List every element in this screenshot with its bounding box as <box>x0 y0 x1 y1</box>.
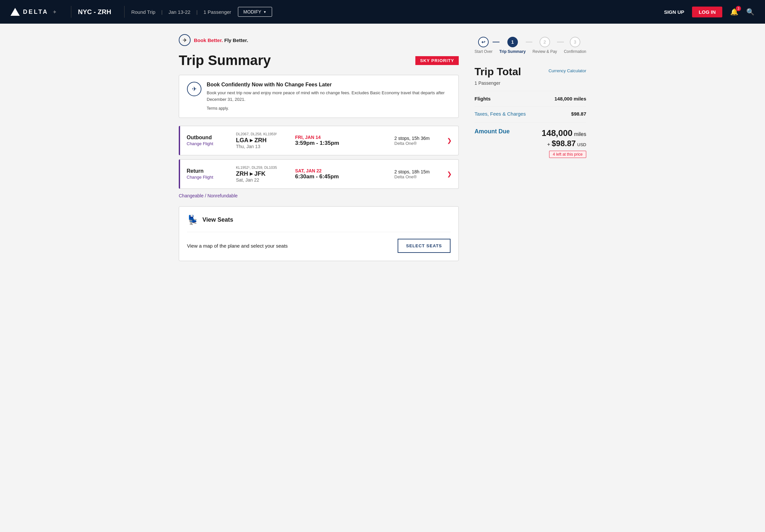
header-dates: Jan 13-22 <box>169 9 191 15</box>
notice-heading: Book Confidently Now with No Change Fees… <box>207 82 450 88</box>
amount-usd: $98.87 <box>552 139 576 148</box>
notification-icon[interactable]: 🔔 3 <box>730 8 738 16</box>
step-start-over-label: Start Over <box>474 49 492 54</box>
taxes-label[interactable]: Taxes, Fees & Charges <box>474 111 526 117</box>
search-icon[interactable]: 🔍 <box>746 8 754 16</box>
step-line-2 <box>526 42 533 42</box>
view-seats-title: View Seats <box>203 216 233 223</box>
view-seats-description: View a map of the plane and select your … <box>187 243 288 249</box>
notice-icon: ✈ <box>187 82 202 96</box>
step-line-1 <box>492 42 499 42</box>
signup-button[interactable]: SIGN UP <box>664 9 684 15</box>
progress-steps: ↩ Start Over 1 Trip Summary 2 Review & P… <box>474 34 586 54</box>
outbound-route: LGA ▸ ZRH <box>236 136 289 144</box>
outbound-flight-numbers: DL2067, DL258, KL1959¹ <box>236 132 289 136</box>
logo: DELTA ✈ <box>11 8 57 16</box>
outbound-change-flight[interactable]: Change Flight <box>187 141 213 146</box>
amount-miles: 148,000 <box>541 128 572 138</box>
amount-due-value: 148,000 miles + $98.87 USD 4 left at thi… <box>541 128 586 158</box>
outbound-class: Delta One® <box>394 141 440 146</box>
return-flight-numbers: KL1952¹, DL259, DL1035 <box>236 165 289 169</box>
page-title: Trip Summary <box>179 53 271 68</box>
step-2-label: Review & Pay <box>532 49 557 54</box>
return-expand-icon[interactable]: ❯ <box>447 170 452 178</box>
header-route: NYC - ZRH <box>78 8 111 16</box>
flights-value: 148,000 miles <box>554 96 586 102</box>
logo-swoosh: ✈ <box>53 10 57 14</box>
right-column: ↩ Start Over 1 Trip Summary 2 Review & P… <box>474 34 586 261</box>
outbound-type: Outbound <box>187 134 229 140</box>
passenger-count: 1 Passenger <box>474 81 586 86</box>
select-seats-button[interactable]: SELECT SEATS <box>397 239 450 253</box>
return-stops: 2 stops, 18h 15m <box>394 169 440 174</box>
return-route: ZRH ▸ JFK <box>236 170 289 177</box>
return-class: Delta One® <box>394 174 440 179</box>
amount-due-section: Amount Due 148,000 miles + $98.87 USD 4 <box>474 123 586 158</box>
book-better-icon: ✈ <box>179 34 191 46</box>
login-button[interactable]: LOG IN <box>692 7 722 17</box>
flights-line: Flights 148,000 miles <box>474 91 586 106</box>
step-confirmation: 3 Confirmation <box>564 37 586 54</box>
step-review-pay: 2 Review & Pay <box>532 37 557 54</box>
step-start-over: ↩ Start Over <box>474 37 492 54</box>
amount-miles-unit: miles <box>574 132 586 137</box>
amount-plus-sign: + <box>547 141 552 147</box>
seat-icon: 💺 <box>187 214 199 225</box>
return-date-highlight: SAT, JAN 22 <box>295 168 388 173</box>
notification-badge: 3 <box>736 6 741 11</box>
outbound-time: 3:59pm - 1:35pm <box>295 140 388 146</box>
step-2-circle: 2 <box>539 37 550 47</box>
step-1-label: Trip Summary <box>499 49 526 54</box>
amount-usd-unit: USD <box>577 142 586 147</box>
header-divider-1 <box>71 6 71 18</box>
taxes-value: $98.87 <box>571 111 586 117</box>
outbound-stops: 2 stops, 15h 36m <box>394 135 440 141</box>
currency-calculator-link[interactable]: Currency Calculator <box>548 68 586 73</box>
header: DELTA ✈ NYC - ZRH Round Trip | Jan 13-22… <box>0 0 765 24</box>
changeable-link[interactable]: Changeable / Nonrefundable <box>179 193 238 198</box>
header-trip-type: Round Trip <box>131 9 155 15</box>
step-1-circle: 1 <box>507 37 518 47</box>
header-right: SIGN UP LOG IN 🔔 3 🔍 <box>664 7 754 17</box>
left-column: ✈ Book Better. Fly Better. Trip Summary … <box>179 34 459 261</box>
outbound-expand-icon[interactable]: ❯ <box>447 137 452 144</box>
outbound-date-highlight: FRI, JAN 14 <box>295 134 388 140</box>
main-container: ✈ Book Better. Fly Better. Trip Summary … <box>166 24 599 272</box>
sky-priority-badge: SKY PRIORITY <box>415 56 459 65</box>
trip-total-card: Trip Total Currency Calculator 1 Passeng… <box>474 66 586 158</box>
trip-total-title: Trip Total <box>474 66 521 78</box>
return-flight-card: Return Change Flight KL1952¹, DL259, DL1… <box>179 159 459 189</box>
outbound-flight-card: Outbound Change Flight DL2067, DL258, KL… <box>179 126 459 155</box>
step-3-circle: 3 <box>570 37 580 47</box>
amount-due-label: Amount Due <box>474 128 510 135</box>
notice-terms: Terms apply. <box>207 106 229 111</box>
step-line-3 <box>557 42 564 42</box>
return-time: 6:30am - 6:45pm <box>295 173 388 180</box>
step-trip-summary: 1 Trip Summary <box>499 37 526 54</box>
step-start-over-circle: ↩ <box>478 37 489 47</box>
header-info: Round Trip | Jan 13-22 | 1 Passenger <box>131 9 231 15</box>
trip-summary-header: Trip Summary SKY PRIORITY <box>179 53 459 68</box>
step-3-label: Confirmation <box>564 49 586 54</box>
return-type: Return <box>187 168 229 174</box>
delta-triangle-icon <box>11 8 20 16</box>
header-divider-2 <box>124 6 125 18</box>
return-change-flight[interactable]: Change Flight <box>187 175 213 180</box>
view-seats-card: 💺 View Seats View a map of the plane and… <box>179 206 459 261</box>
outbound-date: Thu, Jan 13 <box>236 144 289 149</box>
taxes-line: Taxes, Fees & Charges $98.87 <box>474 106 586 121</box>
logo-text: DELTA <box>23 9 48 15</box>
header-passengers: 1 Passenger <box>203 9 231 15</box>
book-better-text: Book Better. Fly Better. <box>194 37 248 43</box>
return-date: Sat, Jan 22 <box>236 177 289 182</box>
notice-content: Book Confidently Now with No Change Fees… <box>207 82 450 111</box>
price-warning-badge: 4 left at this price <box>549 151 586 158</box>
modify-button[interactable]: MODIFY ▼ <box>238 7 272 17</box>
notice-body: Book your next trip now and enjoy more p… <box>207 90 450 103</box>
notice-box: ✈ Book Confidently Now with No Change Fe… <box>179 75 459 118</box>
flights-label: Flights <box>474 96 490 102</box>
book-better-banner: ✈ Book Better. Fly Better. <box>179 34 459 46</box>
chevron-down-icon: ▼ <box>263 10 267 14</box>
